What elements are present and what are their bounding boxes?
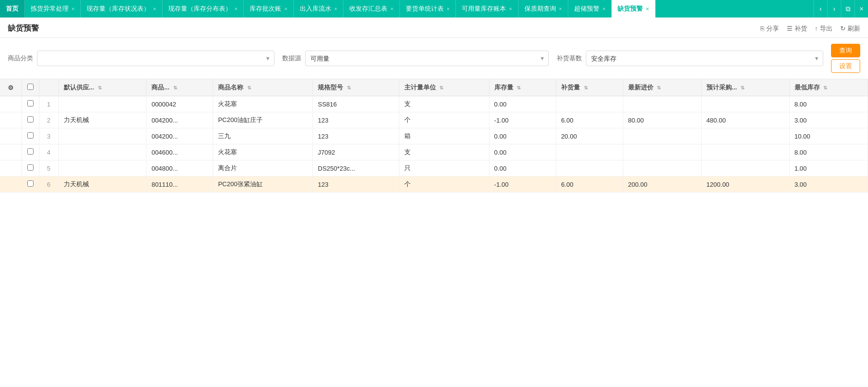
row-stock-0: 0.00 (489, 96, 556, 112)
row-supplier-0 (58, 96, 146, 112)
th-gear[interactable]: ⚙ (0, 79, 21, 96)
th-stock[interactable]: 库存量 ⇅ (489, 79, 556, 96)
settings-button[interactable]: 设置 (831, 59, 860, 73)
nav-tab-11[interactable]: 缺货预警 × (612, 0, 655, 18)
table-body: 1 0000042 火花塞 SS816 支 0.00 8.00 2 力天机械 0… (0, 96, 868, 193)
row-checkbox-3[interactable] (27, 148, 34, 155)
row-spec-1: 123 (313, 112, 399, 128)
close-tab-11-icon[interactable]: × (646, 6, 649, 12)
nav-restore-btn[interactable]: ⧉ (841, 0, 854, 18)
select-all-checkbox[interactable] (27, 84, 34, 90)
nav-arrow-right[interactable]: › (827, 0, 841, 18)
sort-icon-unit: ⇅ (439, 85, 443, 90)
th-product-name[interactable]: 商品名称 ⇅ (213, 79, 313, 96)
replenish-icon: ☰ (787, 25, 793, 32)
row-gear-3 (0, 144, 21, 160)
nav-arrow-left[interactable]: ‹ (814, 0, 827, 18)
nav-tab-6[interactable]: 收发存汇总表 × (344, 0, 399, 18)
close-tab-10-icon[interactable]: × (602, 6, 605, 12)
close-tab-5-icon[interactable]: × (334, 6, 337, 12)
row-checkbox-5[interactable] (27, 180, 34, 187)
row-price-2 (623, 128, 701, 144)
row-price-5: 200.00 (623, 176, 701, 193)
datasource-label: 数据源 (282, 54, 301, 63)
row-stock-4: 0.00 (489, 160, 556, 176)
row-num-0: 1 (39, 96, 58, 112)
close-tab-4-icon[interactable]: × (284, 6, 287, 12)
row-unit-2: 箱 (399, 128, 489, 144)
close-tab-6-icon[interactable]: × (390, 6, 393, 12)
export-button[interactable]: ↑ 导出 (815, 24, 833, 33)
nav-tab-7[interactable]: 要货单统计表 × (400, 0, 456, 18)
nav-arrows: ‹ › ⧉ × (814, 0, 868, 18)
table-row: 3 004200... 三九 123 箱 0.00 20.00 10.00 (0, 128, 868, 144)
refresh-button[interactable]: ↻ 刷新 (840, 24, 860, 33)
row-unit-4: 只 (399, 160, 489, 176)
sort-icon-replenish: ⇅ (584, 85, 588, 90)
sort-icon-price: ⇅ (657, 85, 661, 90)
home-label: 首页 (6, 4, 18, 13)
filter-actions: 查询 设置 (831, 44, 860, 73)
category-select[interactable] (37, 51, 274, 66)
th-unit[interactable]: 主计量单位 ⇅ (399, 79, 489, 96)
close-tab-1-icon[interactable]: × (72, 6, 74, 12)
row-checkbox-cell-5 (21, 176, 39, 193)
row-stock-5: -1.00 (489, 176, 556, 193)
table-row: 1 0000042 火花塞 SS816 支 0.00 8.00 (0, 96, 868, 112)
close-tab-9-icon[interactable]: × (559, 6, 562, 12)
row-price-0 (623, 96, 701, 112)
close-tab-7-icon[interactable]: × (447, 6, 450, 12)
th-est-purchase[interactable]: 预计采购... ⇅ (701, 79, 789, 96)
nav-tab-9[interactable]: 保质期查询 × (519, 0, 568, 18)
row-name-3: 火花塞 (213, 144, 313, 160)
nav-tab-2[interactable]: 现存量（库存状况表） × (81, 0, 162, 18)
th-default-supplier[interactable]: 默认供应... ⇅ (58, 79, 146, 96)
replenish-button[interactable]: ☰ 补货 (787, 24, 807, 33)
th-replenish-qty[interactable]: 补货量 ⇅ (556, 79, 623, 96)
filter-area: 商品分类 ▼ 数据源 可用量 ▼ 补货基数 安全库存 (0, 38, 868, 79)
th-min-stock[interactable]: 最低库存 ⇅ (789, 79, 868, 96)
nav-tab-8[interactable]: 可用量库存账本 × (456, 0, 518, 18)
row-checkbox-0[interactable] (27, 100, 34, 106)
nav-tab-home[interactable]: 首页 (0, 0, 25, 18)
row-min-0: 8.00 (789, 96, 868, 112)
replenish-base-select-wrap: 安全库存 ▼ (586, 51, 823, 66)
nav-tab-3[interactable]: 现存量（库存分布表） × (163, 0, 244, 18)
th-spec[interactable]: 规格型号 ⇅ (313, 79, 399, 96)
close-tab-2-icon[interactable]: × (153, 6, 156, 12)
close-tab-3-icon[interactable]: × (235, 6, 237, 12)
nav-close-btn[interactable]: × (854, 0, 868, 18)
datasource-select[interactable]: 可用量 (305, 51, 549, 66)
row-checkbox-1[interactable] (27, 116, 34, 123)
table-row: 4 004600... 火花塞 J7092 支 0.00 8.00 (0, 144, 868, 160)
sort-icon-est: ⇅ (741, 85, 744, 90)
nav-tab-1[interactable]: 拣货异常处理 × (25, 0, 81, 18)
row-replenish-4 (556, 160, 623, 176)
close-tab-8-icon[interactable]: × (509, 6, 512, 12)
row-checkbox-4[interactable] (27, 164, 34, 171)
category-select-wrap: ▼ (37, 51, 274, 66)
row-code-1: 004200... (146, 112, 213, 128)
row-num-3: 4 (39, 144, 58, 160)
replenish-base-select[interactable]: 安全库存 (586, 51, 823, 66)
th-latest-price[interactable]: 最新进价 ⇅ (623, 79, 701, 96)
category-filter: 商品分类 ▼ (8, 51, 274, 66)
row-unit-3: 支 (399, 144, 489, 160)
share-button[interactable]: ⎘ 分享 (760, 24, 779, 33)
row-replenish-5: 6.00 (556, 176, 623, 193)
sort-icon-name: ⇅ (247, 85, 251, 90)
row-price-1: 80.00 (623, 112, 701, 128)
row-supplier-3 (58, 144, 146, 160)
row-spec-3: J7092 (313, 144, 399, 160)
nav-tab-5[interactable]: 出入库流水 × (294, 0, 344, 18)
nav-tab-4[interactable]: 库存批次账 × (244, 0, 293, 18)
row-checkbox-cell-2 (21, 128, 39, 144)
row-min-3: 8.00 (789, 144, 868, 160)
row-price-4 (623, 160, 701, 176)
search-button[interactable]: 查询 (831, 44, 860, 57)
row-gear-4 (0, 160, 21, 176)
th-product-code[interactable]: 商品... ⇅ (146, 79, 213, 96)
row-checkbox-cell-4 (21, 160, 39, 176)
row-checkbox-2[interactable] (27, 132, 34, 139)
nav-tab-10[interactable]: 超储预警 × (568, 0, 612, 18)
